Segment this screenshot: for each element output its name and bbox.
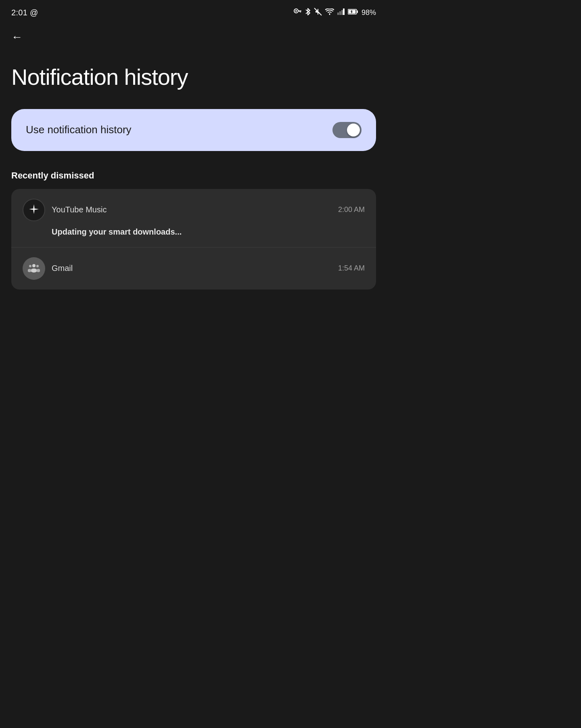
wifi-icon: [325, 8, 334, 17]
notification-time: 1:54 AM: [338, 264, 365, 273]
svg-point-15: [32, 264, 36, 267]
bluetooth-icon: [305, 8, 311, 17]
svg-point-20: [36, 269, 40, 272]
svg-rect-2: [298, 10, 301, 11]
notification-card: YouTube Music 2:00 AM Updating your smar…: [11, 189, 376, 290]
notification-time: 2:00 AM: [338, 206, 365, 214]
sparkle-icon: [28, 204, 40, 216]
back-button[interactable]: ←: [0, 23, 387, 52]
svg-point-1: [295, 10, 297, 12]
page-title: Notification history: [0, 52, 387, 109]
mute-icon: [314, 8, 322, 17]
signal-icon: [337, 8, 345, 17]
svg-point-17: [29, 265, 31, 267]
notification-meta: YouTube Music 2:00 AM: [52, 205, 365, 214]
toggle-label: Use notification history: [26, 124, 132, 136]
status-bar: 2:01 @: [0, 0, 387, 23]
back-arrow-icon: ←: [11, 31, 23, 44]
svg-point-16: [31, 269, 37, 273]
toggle-knob: [347, 124, 360, 136]
svg-rect-7: [339, 11, 341, 15]
notification-header: YouTube Music 2:00 AM: [23, 199, 365, 221]
status-icons: 98%: [294, 8, 376, 17]
battery-percentage: 98%: [362, 8, 376, 17]
svg-rect-3: [300, 11, 301, 13]
battery-icon: [348, 9, 358, 16]
key-icon: [294, 8, 302, 17]
notification-meta: Gmail 1:54 AM: [52, 264, 365, 273]
status-time: 2:01 @: [11, 8, 38, 17]
svg-rect-8: [341, 10, 343, 15]
list-item[interactable]: YouTube Music 2:00 AM Updating your smar…: [11, 189, 376, 247]
svg-rect-6: [337, 13, 339, 15]
notification-body: Updating your smart downloads...: [23, 226, 365, 237]
notification-history-toggle[interactable]: [332, 122, 362, 138]
svg-point-14: [33, 208, 35, 210]
recently-dismissed-section: Recently dismissed: [0, 167, 387, 290]
svg-rect-10: [343, 8, 345, 15]
app-name: YouTube Music: [52, 205, 107, 214]
svg-rect-12: [357, 10, 358, 13]
svg-rect-4: [299, 11, 300, 12]
recently-dismissed-title: Recently dismissed: [0, 167, 387, 189]
notification-header: Gmail 1:54 AM: [23, 257, 365, 280]
app-name: Gmail: [52, 264, 73, 273]
svg-point-19: [36, 265, 39, 267]
use-notification-history-card[interactable]: Use notification history: [11, 109, 376, 151]
svg-point-18: [28, 269, 31, 272]
youtube-music-icon: [23, 199, 45, 221]
list-item[interactable]: Gmail 1:54 AM: [11, 247, 376, 290]
gmail-icon: [23, 257, 45, 280]
group-icon: [28, 262, 40, 275]
